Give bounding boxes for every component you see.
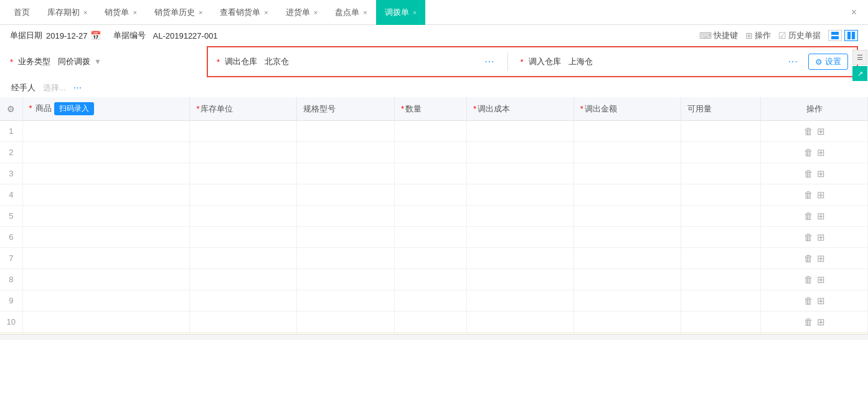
cell-cost[interactable]: [466, 269, 573, 290]
cell-product[interactable]: [22, 248, 190, 269]
cell-product[interactable]: [22, 269, 190, 290]
scan-btn[interactable]: 扫码录入: [54, 102, 94, 115]
cell-qty[interactable]: [394, 312, 466, 333]
tab-sales-history-close[interactable]: ×: [199, 9, 202, 16]
cell-amount[interactable]: [573, 269, 681, 290]
history-btn[interactable]: ☑ 历史单据: [778, 30, 821, 41]
delete-icon[interactable]: 🗑: [804, 168, 813, 179]
cell-product[interactable]: [22, 184, 190, 206]
tab-sales-order[interactable]: 销货单 ×: [96, 0, 145, 25]
cell-qty[interactable]: [394, 248, 466, 269]
tab-transfer-close[interactable]: ×: [413, 9, 417, 16]
cell-spec[interactable]: [297, 142, 395, 163]
copy-icon[interactable]: ⊞: [817, 232, 825, 243]
cell-cost[interactable]: [466, 248, 573, 269]
copy-icon[interactable]: ⊞: [817, 168, 825, 179]
settings-btn[interactable]: ⚙ 设置: [808, 54, 848, 70]
layout-btn-1[interactable]: [828, 30, 842, 41]
cell-unit[interactable]: [190, 312, 297, 333]
tab-purchase-close[interactable]: ×: [314, 9, 318, 16]
tab-view-sales-close[interactable]: ×: [264, 9, 268, 16]
cell-cost[interactable]: [466, 184, 573, 206]
cell-spec[interactable]: [297, 290, 395, 312]
cell-unit[interactable]: [190, 163, 297, 184]
copy-icon[interactable]: ⊞: [817, 126, 825, 137]
cell-amount[interactable]: [573, 312, 681, 333]
horizontal-scroll[interactable]: [0, 334, 868, 340]
sidebar-doc-btn[interactable]: ☰: [852, 50, 867, 65]
delete-icon[interactable]: 🗑: [804, 274, 813, 285]
cell-cost[interactable]: [466, 163, 573, 184]
tab-transfer[interactable]: 调拨单 ×: [376, 0, 425, 25]
copy-icon[interactable]: ⊞: [817, 295, 825, 307]
transfer-out-more-btn[interactable]: ···: [484, 56, 494, 67]
copy-icon[interactable]: ⊞: [817, 147, 825, 158]
cell-qty[interactable]: [394, 206, 466, 227]
cell-amount[interactable]: [573, 184, 681, 206]
handler-select[interactable]: 选择...: [43, 82, 66, 93]
cell-cost[interactable]: [466, 121, 573, 142]
cell-product[interactable]: [22, 312, 190, 333]
cell-spec[interactable]: [297, 248, 395, 269]
cell-product[interactable]: [22, 206, 190, 227]
tab-inventory-init[interactable]: 库存期初 ×: [39, 0, 96, 25]
cell-qty[interactable]: [394, 290, 466, 312]
cell-amount[interactable]: [573, 121, 681, 142]
cell-cost[interactable]: [466, 312, 573, 333]
layout-btn-2[interactable]: [844, 30, 858, 41]
doc-date-field[interactable]: 2019-12-27 📅: [46, 31, 101, 40]
copy-icon[interactable]: ⊞: [817, 189, 825, 201]
cell-cost[interactable]: [466, 227, 573, 248]
cell-unit[interactable]: [190, 290, 297, 312]
cell-product[interactable]: [22, 290, 190, 312]
delete-icon[interactable]: 🗑: [804, 316, 813, 327]
handler-more-btn[interactable]: ···: [73, 82, 82, 93]
cell-product[interactable]: [22, 142, 190, 163]
cell-cost[interactable]: [466, 206, 573, 227]
sidebar-link-btn[interactable]: ↗: [852, 66, 867, 81]
cell-spec[interactable]: [297, 163, 395, 184]
cell-unit[interactable]: [190, 269, 297, 290]
cell-product[interactable]: [22, 163, 190, 184]
cell-spec[interactable]: [297, 227, 395, 248]
biz-type-select[interactable]: 同价调拨 ▼: [58, 56, 170, 67]
cell-qty[interactable]: [394, 269, 466, 290]
window-close-btn[interactable]: ×: [845, 7, 863, 18]
copy-icon[interactable]: ⊞: [817, 253, 825, 264]
delete-icon[interactable]: 🗑: [804, 189, 813, 200]
delete-icon[interactable]: 🗑: [804, 126, 813, 136]
tab-sales-history[interactable]: 销货单历史 ×: [146, 0, 211, 25]
cell-product[interactable]: [22, 227, 190, 248]
ops-btn[interactable]: ⊞ 操作: [745, 30, 771, 41]
delete-icon[interactable]: 🗑: [804, 232, 813, 242]
cell-spec[interactable]: [297, 269, 395, 290]
cell-qty[interactable]: [394, 184, 466, 206]
cell-amount[interactable]: [573, 206, 681, 227]
copy-icon[interactable]: ⊞: [817, 316, 825, 328]
cell-spec[interactable]: [297, 121, 395, 142]
cell-spec[interactable]: [297, 206, 395, 227]
cell-amount[interactable]: [573, 227, 681, 248]
delete-icon[interactable]: 🗑: [804, 147, 813, 158]
tab-view-sales[interactable]: 查看销货单 ×: [211, 0, 276, 25]
delete-icon[interactable]: 🗑: [804, 253, 813, 264]
delete-icon[interactable]: 🗑: [804, 295, 813, 306]
delete-icon[interactable]: 🗑: [804, 211, 813, 221]
cell-qty[interactable]: [394, 227, 466, 248]
cell-unit[interactable]: [190, 142, 297, 163]
cell-qty[interactable]: [394, 163, 466, 184]
cell-unit[interactable]: [190, 227, 297, 248]
cell-product[interactable]: [22, 121, 190, 142]
cell-unit[interactable]: [190, 184, 297, 206]
tab-purchase[interactable]: 进货单 ×: [277, 0, 326, 25]
cell-qty[interactable]: [394, 142, 466, 163]
cell-unit[interactable]: [190, 121, 297, 142]
cell-unit[interactable]: [190, 206, 297, 227]
transfer-in-more-btn[interactable]: ···: [788, 56, 798, 67]
cell-amount[interactable]: [573, 290, 681, 312]
cell-amount[interactable]: [573, 248, 681, 269]
cell-cost[interactable]: [466, 142, 573, 163]
tab-stocktake-close[interactable]: ×: [363, 9, 367, 16]
cell-amount[interactable]: [573, 163, 681, 184]
cell-qty[interactable]: [394, 121, 466, 142]
